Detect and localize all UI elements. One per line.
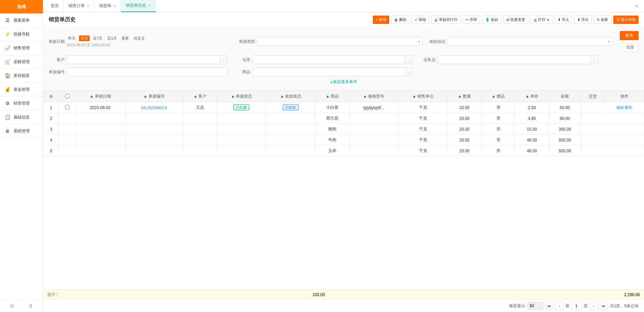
print-button[interactable]: 🖨 打印 ▼ bbox=[530, 16, 553, 24]
tab-home[interactable]: 首页 bbox=[46, 0, 64, 12]
close-tab-sales-delivery[interactable]: ✕ bbox=[113, 4, 116, 8]
main-area: 首页 销售订单 ✕ 销货单 ✕ 销货单历史 ✕ ✕ 销货单历史 + 新增 🗑 删… bbox=[43, 0, 644, 312]
sidebar-item-search-menu[interactable]: ☰ 搜索菜单 bbox=[0, 14, 43, 27]
tab-sales-order[interactable]: 销售订单 ✕ bbox=[64, 0, 94, 12]
customer-browse-btn[interactable]: ... bbox=[220, 55, 227, 64]
first-page-btn[interactable]: ⏮ bbox=[545, 302, 553, 310]
col-action: 操作 bbox=[605, 91, 644, 102]
doc-no-link[interactable]: SA-20230602-6 bbox=[141, 106, 167, 110]
col-doc-no[interactable]: ▲ 单据编号 bbox=[125, 91, 183, 102]
sidebar-item-basic-info[interactable]: 📋 基础信息 bbox=[0, 110, 43, 124]
salesperson-input-group: ... bbox=[438, 55, 598, 64]
cell-doc-date: 2023-06-02 bbox=[76, 102, 125, 113]
sidebar-item-quick-nav[interactable]: ⚡ 快捷导航 bbox=[0, 27, 43, 41]
pause-icon[interactable]: ⏸ bbox=[28, 303, 33, 309]
sidebar-item-purchase-mgmt[interactable]: 🛒 采购管理 bbox=[0, 55, 43, 69]
batch-icon: ⇄ bbox=[506, 18, 509, 22]
cell-spec-type bbox=[349, 146, 398, 156]
col-unit-price[interactable]: ▲ 单价 bbox=[515, 91, 549, 102]
doc-type-select-wrapper: ▼ bbox=[257, 37, 422, 46]
sidebar: 拓维 ☰ 搜索菜单 ⚡ 快捷导航 📈 销售管理 🛒 采购管理 🏠 库存核算 💰 … bbox=[0, 0, 43, 312]
close-tab-sales-history[interactable]: ✕ bbox=[148, 4, 151, 7]
select-all-checkbox[interactable] bbox=[65, 94, 69, 98]
doc-type-select[interactable] bbox=[257, 37, 422, 46]
prev-page-btn[interactable]: ‹ bbox=[555, 302, 563, 310]
date-today[interactable]: 今天 bbox=[79, 35, 90, 41]
col-gift[interactable]: ▲ 赠品 bbox=[481, 91, 515, 102]
date-custom[interactable]: 自定义 bbox=[132, 35, 146, 41]
salesperson-browse-btn[interactable]: ... bbox=[591, 55, 598, 64]
salesperson-input[interactable] bbox=[438, 55, 591, 64]
sidebar-item-system-mgmt[interactable]: 🖥 系统管理 bbox=[0, 124, 43, 138]
col-spec-type-label: ▲ 规格型号 bbox=[363, 94, 384, 99]
import-button[interactable]: ⬆ 导入 bbox=[555, 16, 572, 24]
action-link[interactable]: 编辑 bbox=[616, 105, 624, 109]
tab-sales-delivery[interactable]: 销货单 ✕ bbox=[94, 0, 121, 12]
customer-input[interactable] bbox=[67, 55, 220, 64]
page-input[interactable] bbox=[571, 302, 582, 310]
date-more[interactable]: 更多 bbox=[120, 35, 130, 41]
tab-bar: 首页 销售订单 ✕ 销货单 ✕ 销货单历史 ✕ ✕ bbox=[43, 0, 644, 12]
sidebar-item-fund-mgmt[interactable]: 💰 资金管理 bbox=[0, 83, 43, 97]
sidebar-item-sales-mgmt[interactable]: 📈 销售管理 bbox=[0, 41, 43, 55]
audit-button[interactable]: ✓ 审核 bbox=[412, 16, 429, 24]
last-page-btn[interactable]: ⏭ bbox=[600, 302, 608, 310]
warehouse-input[interactable] bbox=[252, 55, 405, 64]
next-page-btn[interactable]: › bbox=[590, 302, 598, 310]
cell-goods: 小白菜 bbox=[315, 102, 349, 113]
collect-button[interactable]: 💲 收款 bbox=[482, 16, 501, 24]
audit-icon: ✓ bbox=[415, 18, 418, 22]
table-settings-icon[interactable]: ⚙ bbox=[49, 94, 53, 99]
cell-checkbox bbox=[59, 146, 76, 156]
col-customer[interactable]: ▲ 客户 bbox=[183, 91, 217, 102]
col-collect-status[interactable]: ▲ 收款状态 bbox=[266, 91, 315, 102]
show-detail-button[interactable]: ☰ 显示明细 bbox=[613, 16, 639, 24]
col-quantity[interactable]: ▲ 数量 bbox=[448, 91, 481, 102]
data-table: ⚙ ▲ 单据日期 ▲ 单据编号 ▲ 客户 bbox=[43, 90, 644, 156]
query-button[interactable]: 查询 bbox=[620, 31, 639, 40]
audit-print-button[interactable]: 🖨 审核并打印 bbox=[431, 16, 460, 24]
col-doc-status[interactable]: ▲ 单据状态 bbox=[217, 91, 266, 102]
customer-input-group: ... bbox=[67, 55, 227, 64]
col-doc-date-label: ▲ 单据日期 bbox=[90, 94, 111, 99]
cell-amount: 50.00 bbox=[549, 102, 581, 113]
sidebar-item-inventory-calc[interactable]: 🏠 库存核算 bbox=[0, 69, 43, 83]
cell-quantity: 20.00 bbox=[448, 124, 481, 135]
delete-button[interactable]: 🗑 删除 bbox=[391, 16, 410, 24]
warehouse-browse-btn[interactable]: ... bbox=[405, 55, 413, 64]
row-checkbox[interactable] bbox=[65, 105, 69, 109]
abandon-button[interactable]: ↩ 弃审 bbox=[463, 16, 480, 24]
doc-no-input[interactable] bbox=[67, 68, 227, 76]
export-button[interactable]: ⬇ 导出 bbox=[574, 16, 592, 24]
action-link[interactable]: 删除 bbox=[625, 105, 632, 109]
sidebar-item-ops-mgmt[interactable]: ⚙ 经营管理 bbox=[0, 97, 43, 110]
setting-button[interactable]: 设置 bbox=[622, 43, 639, 52]
collapse-button[interactable]: ∧ 收起更多条件 bbox=[49, 78, 639, 86]
sidebar-bottom: ⚙ ⏸ bbox=[0, 300, 43, 312]
col-spec-type[interactable]: ▲ 规格型号 bbox=[349, 91, 398, 102]
cell-doc-status: 已生效 bbox=[217, 102, 266, 113]
col-transaction-label: 交货 bbox=[589, 94, 597, 99]
goods-input[interactable] bbox=[252, 68, 405, 76]
refresh-button[interactable]: ↻ 刷新 bbox=[594, 16, 611, 24]
cell-checkbox bbox=[59, 113, 76, 124]
batch-change-button[interactable]: ⇄ 批量变更 bbox=[503, 16, 528, 24]
collect-status-select[interactable] bbox=[448, 37, 613, 46]
close-all-tabs[interactable]: ✕ bbox=[632, 3, 641, 9]
date-yesterday[interactable]: 昨天 bbox=[67, 35, 77, 41]
new-button[interactable]: + 新增 bbox=[373, 16, 389, 24]
sidebar-item-label: 搜索菜单 bbox=[13, 18, 30, 23]
date-7days[interactable]: 近7天 bbox=[92, 35, 104, 41]
col-doc-date[interactable]: ▲ 单据日期 bbox=[76, 91, 125, 102]
system-icon: 🖥 bbox=[4, 128, 11, 134]
date-1month[interactable]: 近1月 bbox=[106, 35, 118, 41]
per-page-select[interactable]: 50 20 100 200 bbox=[527, 302, 543, 310]
col-goods[interactable]: ▲ 商品 bbox=[315, 91, 349, 102]
close-tab-sales-order[interactable]: ✕ bbox=[87, 4, 89, 8]
collect-icon: 💲 bbox=[485, 18, 490, 22]
goods-browse-btn[interactable]: ... bbox=[405, 68, 413, 76]
col-sales-unit[interactable]: ▲ 销售单位 bbox=[398, 91, 448, 102]
settings-icon[interactable]: ⚙ bbox=[9, 303, 14, 309]
col-settings[interactable]: ⚙ bbox=[44, 91, 59, 102]
tab-sales-history[interactable]: 销货单历史 ✕ bbox=[121, 0, 156, 12]
